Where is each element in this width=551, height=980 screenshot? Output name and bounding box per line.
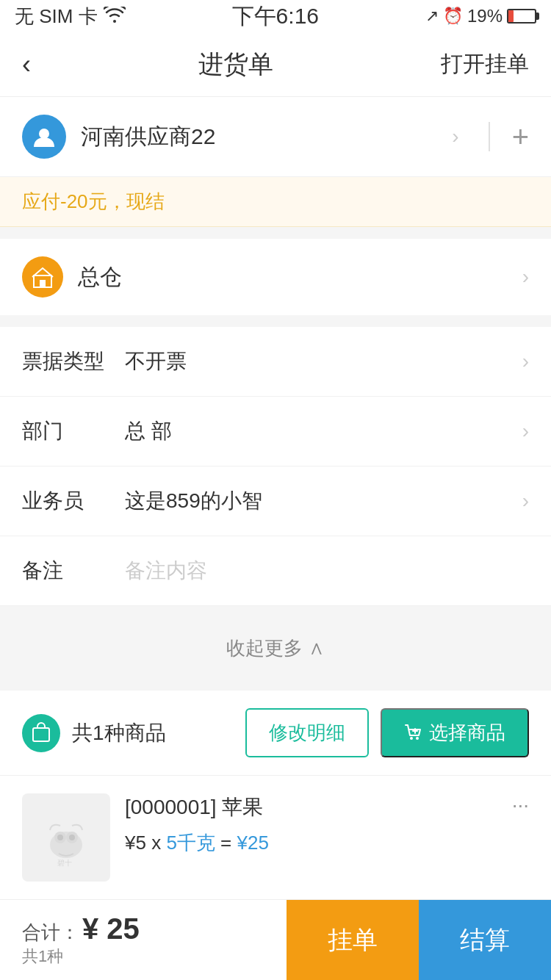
svg-text:碧十: 碧十 [57,859,72,867]
select-product-label: 选择商品 [429,720,505,746]
bottom-bar: 合计： ¥ 25 共1种 挂单 结算 [0,899,551,980]
product-logo-icon: 碧十 [37,808,96,867]
product-section: 共1种商品 修改明细 选择商品 [0,691,551,900]
product-title: 苹果 [222,796,263,818]
page-title: 进货单 [198,48,273,82]
remarks-label: 备注 [22,557,125,585]
total-amount: ¥ 25 [82,912,140,945]
total-count: 共1种 [22,945,264,968]
location-icon: ↗ [425,7,439,26]
invoice-type-row[interactable]: 票据类型 不开票 › [0,327,551,397]
supplier-divider [489,122,490,151]
remarks-row[interactable]: 备注 备注内容 [0,536,551,606]
status-left: 无 SIM 卡 [15,4,126,29]
warehouse-section: 总仓 › [0,239,551,315]
product-thumbnail: 碧十 [22,793,110,882]
total-line: 合计： ¥ 25 [22,912,264,945]
main-content: 河南供应商22 › + 应付-20元，现结 总仓 › 票据类型 不开票 › [0,97,551,980]
product-header: 共1种商品 修改明细 选择商品 [0,691,551,776]
supplier-row[interactable]: 河南供应商22 › + [0,97,551,177]
cart-icon [404,724,423,743]
select-product-button[interactable]: 选择商品 [381,708,529,757]
status-bar: 无 SIM 卡 下午6:16 ↗ ⏰ 19% [0,0,551,32]
product-count-icon [22,714,60,752]
supplier-arrow-icon: › [452,125,458,148]
total-label: 合计： [22,920,79,945]
unit-price: ¥5 [125,832,146,854]
invoice-arrow-icon: › [522,350,529,373]
department-arrow-icon: › [522,419,529,443]
warehouse-arrow-icon: › [522,265,529,289]
product-price: ¥5 x 5千克 = ¥25 [125,830,500,856]
svg-point-12 [69,835,75,840]
alarm-icon: ⏰ [443,7,463,26]
product-code: [0000001] [125,796,217,818]
svg-point-4 [410,737,413,740]
department-row[interactable]: 部门 总 部 › [0,397,551,466]
price-equals: = [220,832,237,854]
invoice-type-value: 不开票 [125,347,522,375]
status-time: 下午6:16 [232,1,319,32]
warehouse-row[interactable]: 总仓 › [0,239,551,315]
supplier-section: 河南供应商22 › + 应付-20元，现结 [0,97,551,227]
product-name: [0000001] 苹果 [125,793,500,821]
collapse-bar[interactable]: 收起更多 ∧ [0,618,551,679]
battery-icon [507,9,536,24]
svg-point-0 [39,129,49,139]
wifi-icon [104,5,126,28]
svg-rect-2 [40,280,46,287]
salesperson-label: 业务员 [22,487,125,515]
total-section: 合计： ¥ 25 共1种 [0,912,287,968]
department-label: 部门 [22,417,125,445]
pending-button[interactable]: 挂单 [287,900,419,981]
product-more-button[interactable]: ··· [512,793,529,817]
back-button[interactable]: ‹ [22,49,31,80]
notice-bar: 应付-20元，现结 [0,177,551,227]
product-item: 碧十 [0000001] 苹果 ¥5 x 5千克 = ¥25 ··· [0,776,551,900]
warehouse-icon [22,256,63,298]
nav-bar: ‹ 进货单 打开挂单 [0,32,551,97]
modify-detail-button[interactable]: 修改明细 [245,708,369,757]
svg-rect-3 [33,728,49,741]
checkout-button[interactable]: 结算 [419,900,551,981]
add-supplier-button[interactable]: + [512,120,529,154]
product-info: [0000001] 苹果 ¥5 x 5千克 = ¥25 [125,793,500,856]
svg-point-11 [57,835,63,840]
product-count-text: 共1种商品 [72,719,245,747]
product-total: ¥25 [237,832,269,854]
salesperson-value: 这是859的小智 [125,487,522,515]
svg-point-5 [416,737,419,740]
fields-section: 票据类型 不开票 › 部门 总 部 › 业务员 这是859的小智 › 备注 备注… [0,327,551,606]
salesperson-arrow-icon: › [522,489,529,513]
remarks-value[interactable]: 备注内容 [125,557,529,585]
separator1 [0,679,551,691]
battery-percent: 19% [467,6,503,26]
salesperson-row[interactable]: 业务员 这是859的小智 › [0,466,551,536]
product-quantity: 5千克 [166,832,215,854]
supplier-name: 河南供应商22 [81,122,452,152]
invoice-type-label: 票据类型 [22,347,125,375]
price-multiply: x [151,832,166,854]
open-pending-button[interactable]: 打开挂单 [441,49,529,79]
warehouse-name: 总仓 [78,262,522,292]
supplier-avatar [22,115,66,159]
status-right: ↗ ⏰ 19% [425,6,536,26]
carrier-text: 无 SIM 卡 [15,4,98,29]
department-value: 总 部 [125,417,522,445]
